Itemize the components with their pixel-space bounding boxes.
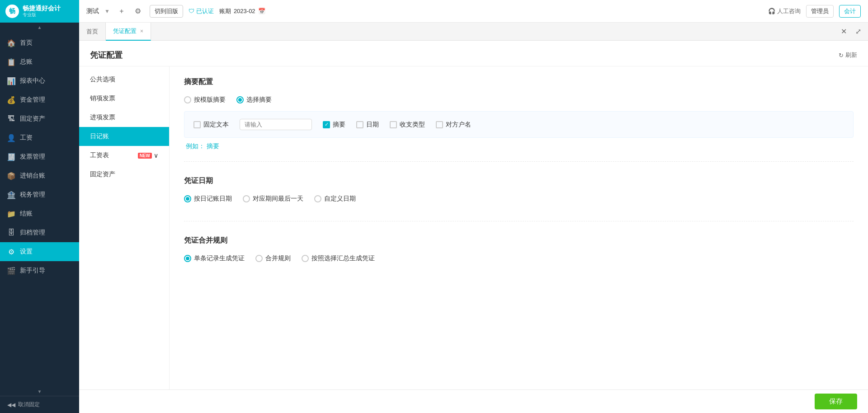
left-menu-item-journal[interactable]: 日记账 — [79, 127, 169, 146]
select-summary-merge-radio[interactable] — [302, 255, 309, 262]
select-summary-option[interactable]: 选择摘要 — [236, 96, 272, 104]
topbar-right: 🎧 人工咨询 管理员 会计 — [768, 5, 861, 18]
tab-close-button[interactable]: ✕ — [837, 25, 850, 38]
journal-date-option[interactable]: 按日记账日期 — [184, 195, 232, 203]
new-guide-label: 新手引导 — [20, 267, 45, 275]
page-header: 凭证配置 ↻ 刷新 — [79, 41, 868, 66]
sidebar-item-invoice-management[interactable]: 🧾 发票管理 — [0, 147, 79, 166]
fixed-text-checkbox[interactable] — [193, 121, 201, 128]
payroll-icon: 👤 — [7, 134, 15, 142]
tab-home[interactable]: 首页 — [79, 23, 106, 41]
sidebar-item-fixed-assets[interactable]: 🏗 固定资产 — [0, 109, 79, 128]
merge-rules-radio[interactable] — [255, 255, 263, 262]
period-last-day-option[interactable]: 对应期间最后一天 — [243, 195, 303, 203]
sidebar-item-settings[interactable]: ⚙ 设置 — [0, 242, 79, 261]
fixed-text-option[interactable]: 固定文本 — [193, 121, 229, 129]
new-guide-icon: 🎬 — [7, 267, 15, 275]
abstract-label: 摘要 — [333, 121, 345, 129]
tab-actions: ✕ ⤢ — [837, 25, 868, 38]
tab-voucher-config[interactable]: 凭证配置× — [106, 23, 151, 41]
counterpart-name-option[interactable]: 对方户名 — [436, 121, 471, 129]
sidebar-item-tax-management[interactable]: 🏦 税务管理 — [0, 185, 79, 204]
topbar-actions: + ⚙ — [115, 5, 144, 18]
journal-date-label: 按日记账日期 — [194, 195, 232, 203]
sidebar-scroll-down[interactable]: ▼ — [0, 387, 79, 396]
left-menu-item-fixed-assets-menu[interactable]: 固定资产 — [79, 165, 169, 184]
custom-date-option[interactable]: 自定义日期 — [314, 195, 356, 203]
closing-icon: 📁 — [7, 210, 15, 218]
merge-section: 凭证合并规则 单条记录生成凭证 合并规则 按照选择汇总生成凭证 — [184, 236, 854, 281]
sidebar-item-purchase-sales[interactable]: 📦 进销台账 — [0, 166, 79, 185]
counterpart-name-checkbox[interactable] — [436, 121, 443, 128]
template-summary-radio[interactable] — [184, 96, 191, 103]
sidebar: 畅 畅捷通好会计 专业版 ▲ 🏠 首页 📋 总账 📊 报表中心 💰 资金管理 🏗… — [0, 0, 79, 413]
custom-date-label: 自定义日期 — [324, 195, 356, 203]
save-button[interactable]: 保存 — [815, 394, 857, 409]
menu-label-sales-invoice: 销项发票 — [90, 94, 115, 103]
payment-type-checkbox[interactable] — [390, 121, 397, 128]
period-last-day-radio[interactable] — [243, 195, 250, 202]
sidebar-item-closing[interactable]: 📁 结账 — [0, 204, 79, 223]
tab-close-voucher-config[interactable]: × — [140, 28, 143, 34]
date-checkbox[interactable] — [356, 121, 363, 128]
company-name[interactable]: 测试 — [86, 7, 99, 15]
merge-rules-option[interactable]: 合并规则 — [255, 254, 291, 263]
archive-icon: 🗄 — [7, 229, 15, 237]
sidebar-item-new-guide[interactable]: 🎬 新手引导 — [0, 261, 79, 280]
abstract-option[interactable]: 摘要 — [323, 121, 345, 129]
user-button[interactable]: 管理员 — [806, 5, 834, 18]
template-summary-option[interactable]: 按模版摘要 — [184, 96, 226, 104]
sidebar-scroll-up[interactable]: ▲ — [0, 23, 79, 32]
fund-management-label: 资金管理 — [20, 96, 45, 104]
counterpart-name-label: 对方户名 — [446, 121, 471, 129]
fixed-text-input[interactable] — [240, 119, 312, 130]
page-title: 凭证配置 — [90, 50, 123, 61]
company-chevron-icon[interactable]: ▼ — [104, 8, 110, 14]
closing-label: 结账 — [20, 210, 33, 218]
tabs-bar: 首页凭证配置× ✕ ⤢ — [79, 23, 868, 41]
main-content: 凭证配置 ↻ 刷新 公共选项销项发票进项发票日记账工资表NEW∨固定资产 摘要配… — [79, 41, 868, 413]
sidebar-item-fund-management[interactable]: 💰 资金管理 — [0, 90, 79, 109]
accountant-button[interactable]: 会计 — [839, 5, 861, 18]
custom-date-radio[interactable] — [314, 195, 321, 202]
general-ledger-label: 总账 — [20, 58, 33, 66]
date-option[interactable]: 日期 — [356, 121, 379, 129]
invoice-management-label: 发票管理 — [20, 153, 45, 161]
period-last-day-label: 对应期间最后一天 — [253, 195, 303, 203]
sidebar-cancel-fixed[interactable]: ◀◀ 取消固定 — [0, 396, 79, 413]
left-menu-item-payroll-table[interactable]: 工资表NEW∨ — [79, 146, 169, 165]
sidebar-item-payroll[interactable]: 👤 工资 — [0, 128, 79, 147]
tax-management-icon: 🏦 — [7, 191, 15, 199]
left-menu-item-public-options[interactable]: 公共选项 — [79, 70, 169, 89]
menu-label-fixed-assets-menu: 固定资产 — [90, 170, 115, 178]
cancel-fixed-label: 取消固定 — [18, 401, 40, 408]
sidebar-item-archive[interactable]: 🗄 归档管理 — [0, 223, 79, 242]
left-menu-item-sales-invoice[interactable]: 销项发票 — [79, 89, 169, 108]
merge-title: 凭证合并规则 — [184, 236, 854, 245]
archive-label: 归档管理 — [20, 229, 45, 237]
payroll-label: 工资 — [20, 134, 33, 142]
select-summary-merge-option[interactable]: 按照选择汇总生成凭证 — [302, 254, 375, 263]
shield-icon: 🛡 — [189, 8, 194, 14]
payment-type-option[interactable]: 收支类型 — [390, 121, 425, 129]
period-value: 2023-02 — [234, 8, 255, 14]
sidebar-item-general-ledger[interactable]: 📋 总账 — [0, 52, 79, 71]
journal-date-radio[interactable] — [184, 195, 191, 202]
certified-label: 已认证 — [196, 7, 214, 15]
settings-button[interactable]: ⚙ — [132, 5, 144, 18]
refresh-button[interactable]: ↻ 刷新 — [839, 51, 857, 59]
headset-icon: 🎧 — [768, 8, 775, 14]
switch-version-button[interactable]: 切到旧版 — [150, 5, 183, 18]
calendar-icon[interactable]: 📅 — [258, 8, 265, 14]
sidebar-item-report-center[interactable]: 📊 报表中心 — [0, 71, 79, 90]
abstract-checkbox[interactable] — [323, 121, 330, 128]
consult-button[interactable]: 🎧 人工咨询 — [768, 7, 801, 15]
add-button[interactable]: + — [115, 5, 128, 18]
sidebar-item-home[interactable]: 🏠 首页 — [0, 33, 79, 52]
tab-expand-button[interactable]: ⤢ — [852, 25, 864, 38]
single-record-option[interactable]: 单条记录生成凭证 — [184, 254, 245, 263]
left-menu-item-purchase-invoice[interactable]: 进项发票 — [79, 108, 169, 127]
select-summary-radio[interactable] — [236, 96, 244, 103]
single-record-radio[interactable] — [184, 255, 191, 262]
sidebar-logo[interactable]: 畅 畅捷通好会计 专业版 — [0, 0, 79, 23]
